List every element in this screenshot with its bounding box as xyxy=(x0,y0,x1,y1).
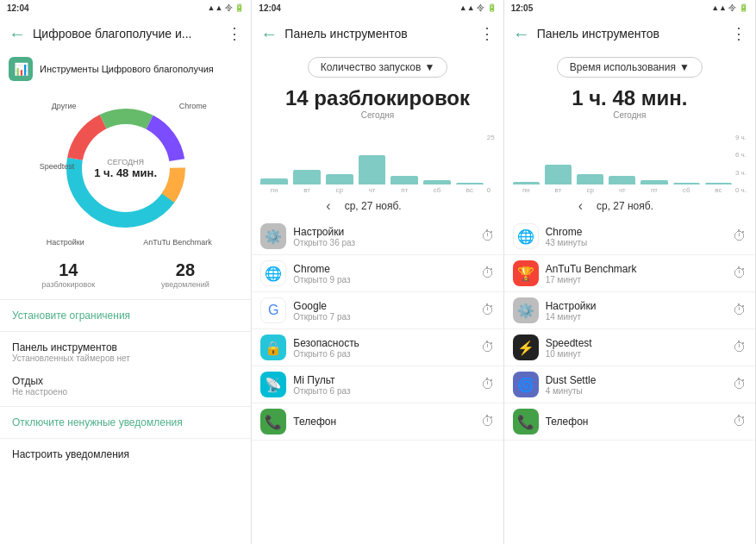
bar-wrap: сб xyxy=(423,180,451,194)
app-action-icon[interactable]: ⏱ xyxy=(481,303,495,318)
bar-wrap: пн xyxy=(513,182,540,194)
app-item[interactable]: GGoogleОткрыто 7 раз⏱ xyxy=(252,292,503,329)
app-item[interactable]: 📞Телефон⏱ xyxy=(504,403,755,441)
app-action-icon[interactable]: ⏱ xyxy=(733,228,747,244)
app-name: Speedtest xyxy=(546,337,726,349)
bar-wrap: чт xyxy=(609,176,635,194)
bar xyxy=(293,170,321,184)
back-icon-2[interactable]: ← xyxy=(260,24,278,44)
app-sub: 43 минуты xyxy=(546,238,726,247)
back-icon-1[interactable]: ← xyxy=(9,24,26,44)
app-action-icon[interactable]: ⏱ xyxy=(733,266,747,281)
menu-configure[interactable]: Настроить уведомления xyxy=(0,442,251,466)
app-item[interactable]: 🏆AnTuTu Benchmark17 минут⏱ xyxy=(504,255,755,292)
nav-prev-2[interactable]: ‹ xyxy=(326,198,330,214)
dropdown-time[interactable]: Время использования ▼ xyxy=(557,57,703,78)
nav-date-3: ср, 27 нояб. xyxy=(597,200,653,212)
more-icon-1[interactable]: ⋮ xyxy=(227,24,242,43)
p1-top: 📊 Инструменты Цифрового благополучия xyxy=(0,52,251,86)
app-action-icon[interactable]: ⏱ xyxy=(481,377,495,392)
app-icon: 📡 xyxy=(260,372,286,397)
app-item[interactable]: ⚡Speedtest10 минут⏱ xyxy=(504,329,755,366)
back-icon-3[interactable]: ← xyxy=(513,24,530,44)
menu-sub-2: Не настроено xyxy=(12,387,239,397)
big-sub-3: Сегодня xyxy=(504,110,755,120)
bar-label: пн xyxy=(271,186,278,194)
app-item[interactable]: ⚙️Настройки14 минут⏱ xyxy=(504,292,755,329)
y-label-top-2: 25 xyxy=(487,134,495,141)
app-action-icon[interactable]: ⏱ xyxy=(733,303,747,318)
app-name: Mi Пульт xyxy=(293,374,473,386)
app-icon: 🌐 xyxy=(513,223,539,249)
bar xyxy=(260,178,288,184)
bar-wrap: сб xyxy=(673,183,700,194)
y-label-2-3: 6 ч. xyxy=(735,151,747,159)
app-action-icon[interactable]: ⏱ xyxy=(481,228,495,244)
app-icon: 🌐 xyxy=(260,260,286,286)
bar-wrap: пт xyxy=(640,180,667,194)
app-item[interactable]: 🌐Chrome43 минуты⏱ xyxy=(504,218,755,255)
status-icons-1: ▲▲ 令 🔋 xyxy=(208,3,245,14)
app-action-icon[interactable]: ⏱ xyxy=(481,340,495,355)
bar-chart-inner-3: пнвтсрчтптсбвс xyxy=(513,134,732,194)
bar xyxy=(326,174,353,184)
app-name: Dust Settle xyxy=(546,374,726,386)
app-action-icon[interactable]: ⏱ xyxy=(733,414,747,429)
bar xyxy=(456,183,484,184)
status-bar-3: 12:05 ▲▲ 令 🔋 xyxy=(504,0,755,16)
more-icon-2[interactable]: ⋮ xyxy=(479,24,495,43)
app-action-icon[interactable]: ⏱ xyxy=(481,414,495,429)
bar-wrap: ср xyxy=(326,174,353,194)
divider-1 xyxy=(0,299,251,300)
app-item[interactable]: 🌀Dust Settle4 минуты⏱ xyxy=(504,366,755,403)
nav-prev-3[interactable]: ‹ xyxy=(578,198,583,214)
nav-date-2: ср, 27 нояб. xyxy=(345,200,402,212)
app-item[interactable]: ⚙️НастройкиОткрыто 36 раз⏱ xyxy=(252,218,503,255)
big-sub-2: Сегодня xyxy=(252,110,503,120)
dropdown-row-2: Количество запусков ▼ xyxy=(252,52,503,83)
app-icon: 📞 xyxy=(513,409,539,435)
header-title-1: Цифровое благополучие и... xyxy=(33,27,227,41)
link-restrictions[interactable]: Установите ограничения xyxy=(0,303,251,328)
menu-title-3: Настроить уведомления xyxy=(12,448,239,460)
bar xyxy=(673,183,700,184)
dropdown-launches-label: Количество запусков xyxy=(321,61,422,73)
app-sub: 17 минут xyxy=(546,275,726,285)
bar xyxy=(577,174,603,184)
app-icon: 🌀 xyxy=(513,372,539,397)
bar-label: вт xyxy=(555,186,562,194)
label-settings: Настройки xyxy=(47,238,84,247)
bar xyxy=(513,182,540,184)
app-action-icon[interactable]: ⏱ xyxy=(733,340,747,355)
label-other: Другие xyxy=(52,102,77,110)
label-chrome: Chrome xyxy=(179,102,207,110)
more-icon-3[interactable]: ⋮ xyxy=(731,24,747,43)
app-item[interactable]: 🔒БезопасностьОткрыто 6 раз⏱ xyxy=(252,329,503,366)
app-action-icon[interactable]: ⏱ xyxy=(733,377,747,392)
app-item[interactable]: 📡Mi ПультОткрыто 6 раз⏱ xyxy=(252,366,503,403)
menu-dashboard[interactable]: Панель инструментов Установленных таймер… xyxy=(0,335,251,369)
bar-label: пт xyxy=(651,186,658,194)
menu-rest[interactable]: Отдых Не настроено xyxy=(0,369,251,403)
bar-label: вт xyxy=(303,186,310,194)
panel-1: 12:04 ▲▲ 令 🔋 ← Цифровое благополучие и..… xyxy=(0,0,252,544)
y-label-1-3: 9 ч. xyxy=(735,134,747,141)
bar-chart-3: пнвтсрчтптсбвс 9 ч. 6 ч. 3 ч. 0 ч. xyxy=(504,125,755,194)
app-item[interactable]: 📞Телефон⏱ xyxy=(252,403,503,441)
y-label-bot-2: 0 xyxy=(487,186,495,194)
divider-2 xyxy=(0,331,251,332)
app-action-icon[interactable]: ⏱ xyxy=(481,266,495,281)
bar-label: ср xyxy=(586,186,593,194)
status-icons-3: ▲▲ 令 🔋 xyxy=(711,3,748,14)
app-sub: Открыто 6 раз xyxy=(293,349,473,359)
menu-title-1: Панель инструментов xyxy=(12,341,239,353)
app-sub: 10 минут xyxy=(546,349,726,359)
app-item[interactable]: 🌐ChromeОткрыто 9 раз⏱ xyxy=(252,255,503,292)
bar-label: сб xyxy=(434,186,441,194)
header-1: ← Цифровое благополучие и... ⋮ xyxy=(0,16,251,52)
link-notifications[interactable]: Отключите ненужные уведомления xyxy=(0,410,251,435)
dropdown-launches[interactable]: Количество запусков ▼ xyxy=(308,57,448,78)
bar-label: пт xyxy=(401,186,408,194)
label-antbench: AnTuTu Benchmark xyxy=(143,238,211,247)
app-list-2: ⚙️НастройкиОткрыто 36 раз⏱🌐ChromeОткрыто… xyxy=(252,218,503,441)
